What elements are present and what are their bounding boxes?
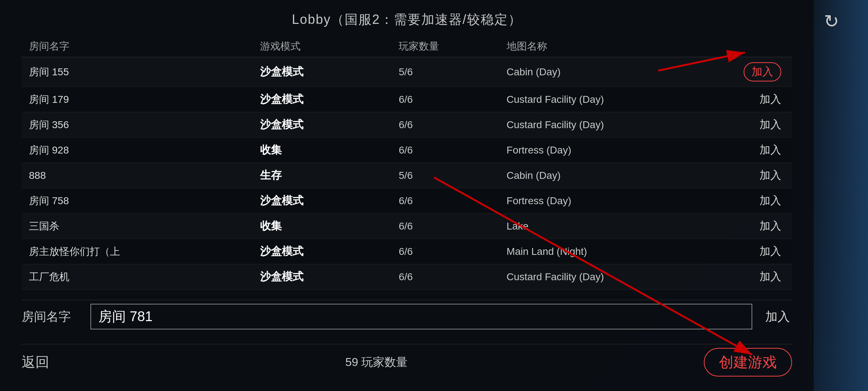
- game-mode-cell: 生存: [253, 163, 391, 188]
- game-mode-cell: 沙盒模式: [253, 112, 391, 138]
- map-name-cell: Custard Facility (Day): [499, 264, 715, 290]
- table-row: 房间 155沙盒模式5/6Cabin (Day)加入: [22, 57, 792, 87]
- room-list-container: 房间名字 游戏模式 玩家数量 地图名称 房间 155沙盒模式5/6Cabin (…: [22, 36, 792, 293]
- join-button[interactable]: 加入: [744, 62, 781, 81]
- join-button[interactable]: 加入: [760, 194, 781, 206]
- join-button[interactable]: 加入: [760, 220, 781, 232]
- game-mode-cell: 沙盒模式: [253, 239, 391, 264]
- join-button[interactable]: 加入: [760, 245, 781, 257]
- join-button-cell: 加入: [715, 188, 792, 214]
- game-mode-cell: 沙盒模式: [253, 87, 391, 112]
- player-count-footer: 59 玩家数量: [345, 354, 408, 370]
- col-header-players: 玩家数量: [391, 36, 499, 57]
- input-join-button[interactable]: 加入: [763, 308, 792, 325]
- room-table: 房间名字 游戏模式 玩家数量 地图名称 房间 155沙盒模式5/6Cabin (…: [22, 36, 792, 290]
- table-row: 房间 928收集6/6Fortress (Day)加入: [22, 138, 792, 163]
- map-name-cell: Cabin (Day): [499, 57, 715, 87]
- game-mode-cell: 沙盒模式: [253, 188, 391, 214]
- back-button[interactable]: 返回: [22, 353, 49, 371]
- game-mode-cell: 沙盒模式: [253, 57, 391, 87]
- footer: 返回 59 玩家数量 创建游戏: [22, 344, 792, 380]
- table-row: 三国杀收集6/6Lake加入: [22, 214, 792, 239]
- map-name-cell: Custard Facility (Day): [499, 87, 715, 112]
- room-name-cell: 房间 155: [22, 57, 253, 87]
- game-mode-cell: 沙盒模式: [253, 264, 391, 290]
- map-name-cell: Lake: [499, 214, 715, 239]
- table-row: 房间 179沙盒模式6/6Custard Facility (Day)加入: [22, 87, 792, 112]
- room-name-input[interactable]: [90, 304, 752, 329]
- room-name-cell: 房间 928: [22, 138, 253, 163]
- join-button[interactable]: 加入: [760, 169, 781, 181]
- table-header-row: 房间名字 游戏模式 玩家数量 地图名称: [22, 36, 792, 57]
- player-count-cell: 5/6: [391, 57, 499, 87]
- room-name-label: 房间名字: [22, 308, 80, 325]
- col-header-mode: 游戏模式: [253, 36, 391, 57]
- map-name-cell: Fortress (Day): [499, 138, 715, 163]
- map-name-cell: Custard Facility (Day): [499, 112, 715, 138]
- join-button[interactable]: 加入: [760, 118, 781, 130]
- col-header-room: 房间名字: [22, 36, 253, 57]
- player-count-cell: 6/6: [391, 239, 499, 264]
- room-name-cell: 三国杀: [22, 214, 253, 239]
- join-button-cell: 加入: [715, 138, 792, 163]
- player-count-cell: 5/6: [391, 163, 499, 188]
- join-button[interactable]: 加入: [760, 93, 781, 105]
- join-button-cell: 加入: [715, 214, 792, 239]
- map-name-cell: Fortress (Day): [499, 188, 715, 214]
- join-button[interactable]: 加入: [760, 270, 781, 282]
- player-count-cell: 6/6: [391, 112, 499, 138]
- player-count-cell: 6/6: [391, 87, 499, 112]
- col-header-join: [715, 36, 792, 57]
- room-name-cell: 工厂危机: [22, 264, 253, 290]
- player-count-cell: 6/6: [391, 138, 499, 163]
- player-count-cell: 6/6: [391, 188, 499, 214]
- table-row: 工厂危机沙盒模式6/6Custard Facility (Day)加入: [22, 264, 792, 290]
- room-name-cell: 房间 356: [22, 112, 253, 138]
- join-button-cell: 加入: [715, 112, 792, 138]
- join-button-cell: 加入: [715, 87, 792, 112]
- player-count-cell: 6/6: [391, 214, 499, 239]
- map-name-cell: Main Land (Night): [499, 239, 715, 264]
- join-button-cell: 加入: [715, 264, 792, 290]
- main-panel: Lobby（国服2：需要加速器/较稳定） 房间名字 游戏模式 玩家数量 地图名称…: [0, 0, 814, 391]
- table-row: 房间 758沙盒模式6/6Fortress (Day)加入: [22, 188, 792, 214]
- refresh-icon[interactable]: ↻: [824, 11, 839, 32]
- game-mode-cell: 收集: [253, 138, 391, 163]
- join-button[interactable]: 加入: [760, 144, 781, 156]
- col-header-map: 地图名称: [499, 36, 715, 57]
- lobby-title: Lobby（国服2：需要加速器/较稳定）: [22, 11, 792, 29]
- game-mode-cell: 收集: [253, 214, 391, 239]
- join-button-cell: 加入: [715, 239, 792, 264]
- player-count-cell: 6/6: [391, 264, 499, 290]
- join-button-cell: 加入: [715, 163, 792, 188]
- room-name-cell: 房间 179: [22, 87, 253, 112]
- room-name-cell: 房间 758: [22, 188, 253, 214]
- room-name-cell: 888: [22, 163, 253, 188]
- create-game-button[interactable]: 创建游戏: [704, 348, 792, 377]
- room-name-cell: 房主放怪你们打（上: [22, 239, 253, 264]
- map-name-cell: Cabin (Day): [499, 163, 715, 188]
- table-row: 房间 356沙盒模式6/6Custard Facility (Day)加入: [22, 112, 792, 138]
- join-button-cell: 加入: [715, 57, 792, 87]
- table-row: 房主放怪你们打（上沙盒模式6/6Main Land (Night)加入: [22, 239, 792, 264]
- table-row: 888生存5/6Cabin (Day)加入: [22, 163, 792, 188]
- room-name-input-row: 房间名字 加入: [22, 300, 792, 333]
